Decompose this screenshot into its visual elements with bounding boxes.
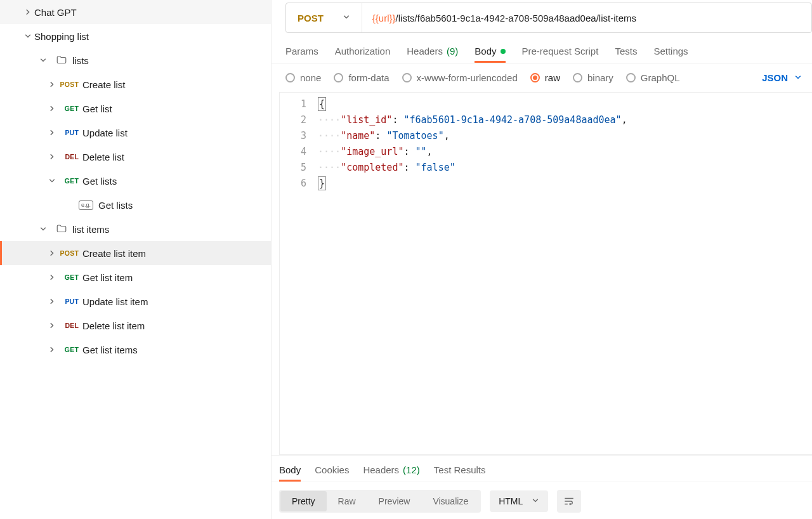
collection-label: Shopping list [34, 31, 89, 42]
chevron-right-icon [46, 105, 58, 112]
request-label: Create list [82, 79, 126, 90]
request-delete-list[interactable]: DEL Delete list [0, 145, 271, 169]
request-label: Update list item [82, 296, 148, 307]
tab-body[interactable]: Body [475, 46, 505, 63]
method-select[interactable]: POST [286, 3, 362, 32]
resp-tab-body[interactable]: Body [279, 464, 301, 482]
chevron-right-icon [46, 322, 58, 329]
body-type-row: none form-data x-www-form-urlencoded raw… [272, 63, 812, 92]
request-create-list[interactable]: POST Create list [0, 72, 271, 96]
chevron-right-icon [46, 153, 58, 161]
request-get-list[interactable]: GET Get list [0, 96, 271, 121]
chevron-down-icon [532, 496, 539, 506]
tab-prerequest[interactable]: Pre-request Script [522, 46, 599, 63]
wrap-lines-button[interactable] [557, 490, 581, 513]
chevron-right-icon [46, 129, 58, 136]
code-area[interactable]: {····"list_id": "f6ab5601-9c1a-4942-a708… [318, 93, 812, 454]
radio-icon [573, 73, 582, 82]
radio-raw[interactable]: raw [530, 72, 560, 83]
collection-chat-gpt[interactable]: Chat GPT [0, 0, 271, 24]
url-input[interactable]: {{url}}/lists/f6ab5601-9c1a-4942-a708-50… [362, 3, 811, 32]
folder-lists[interactable]: lists [0, 48, 271, 72]
body-editor[interactable]: 1 2 3 4 5 6 {····"list_id": "f6ab5601-9c… [279, 92, 812, 455]
view-mode-group: Pretty Raw Preview Visualize [279, 490, 481, 513]
method-badge: PUT [58, 129, 79, 136]
method-badge: PUT [58, 298, 79, 305]
chevron-down-icon [46, 177, 58, 185]
view-pretty[interactable]: Pretty [280, 491, 327, 511]
request-tabs: Params Authorization Headers (9) Body Pr… [272, 33, 812, 63]
line-gutter: 1 2 3 4 5 6 [280, 93, 318, 454]
example-get-lists[interactable]: e.g. Get lists [0, 193, 271, 217]
request-create-list-item[interactable]: POST Create list item [0, 241, 271, 265]
method-badge: DEL [58, 153, 79, 161]
response-pane: Body Cookies Headers (12) Test Results P… [272, 455, 812, 519]
collection-shopping-list[interactable]: Shopping list [0, 24, 271, 48]
request-label: Create list item [82, 248, 146, 259]
folder-icon [56, 223, 67, 235]
tab-settings[interactable]: Settings [653, 46, 688, 63]
folder-label: list items [72, 224, 109, 235]
chevron-down-icon [37, 225, 49, 233]
request-label: Get list item [82, 272, 133, 283]
radio-binary[interactable]: binary [573, 72, 613, 83]
method-label: POST [298, 13, 324, 23]
response-lang-label: HTML [499, 496, 523, 506]
request-label: Delete list [82, 152, 124, 162]
request-get-list-item[interactable]: GET Get list item [0, 265, 271, 289]
modified-dot-icon [501, 49, 506, 54]
example-label: Get lists [98, 200, 133, 211]
request-label: Get list [82, 103, 112, 114]
chevron-right-icon [46, 81, 58, 88]
response-lang-select[interactable]: HTML [490, 490, 548, 512]
view-preview[interactable]: Preview [367, 491, 422, 511]
body-format-select[interactable]: JSON [762, 72, 802, 83]
radio-icon [334, 73, 343, 82]
response-tabs: Body Cookies Headers (12) Test Results [272, 456, 812, 482]
tab-params[interactable]: Params [285, 46, 318, 63]
method-badge: GET [58, 273, 79, 281]
headers-count: (12) [403, 464, 420, 475]
radio-graphql[interactable]: GraphQL [626, 72, 680, 83]
resp-tab-headers[interactable]: Headers (12) [363, 464, 419, 482]
wrap-icon [563, 496, 575, 507]
headers-count: (9) [447, 46, 458, 56]
view-visualize[interactable]: Visualize [421, 491, 480, 511]
radio-urlencoded[interactable]: x-www-form-urlencoded [402, 72, 518, 83]
radio-icon [530, 73, 540, 82]
folder-label: lists [72, 55, 89, 66]
radio-form-data[interactable]: form-data [334, 72, 389, 83]
chevron-down-icon [794, 72, 802, 83]
request-pane: POST {{url}}/lists/f6ab5601-9c1a-4942-a7… [272, 0, 812, 519]
method-badge: GET [58, 177, 79, 185]
request-get-lists[interactable]: GET Get lists [0, 169, 271, 193]
request-label: Get lists [82, 176, 117, 187]
method-badge: DEL [58, 322, 79, 329]
body-format-label: JSON [762, 72, 788, 83]
tab-headers[interactable]: Headers (9) [407, 46, 458, 63]
resp-tab-test-results[interactable]: Test Results [434, 464, 486, 482]
response-toolbar: Pretty Raw Preview Visualize HTML [272, 482, 812, 519]
request-label: Update list [82, 128, 128, 138]
url-bar: POST {{url}}/lists/f6ab5601-9c1a-4942-a7… [285, 3, 812, 33]
request-update-list-item[interactable]: PUT Update list item [0, 289, 271, 313]
chevron-down-icon [343, 13, 350, 23]
method-badge: POST [58, 249, 79, 257]
request-get-list-items[interactable]: GET Get list items [0, 338, 271, 362]
request-update-list[interactable]: PUT Update list [0, 121, 271, 145]
chevron-right-icon [22, 8, 34, 16]
url-path: /lists/f6ab5601-9c1a-4942-a708-509a48aad… [396, 13, 636, 23]
tab-authorization[interactable]: Authorization [335, 46, 391, 63]
method-badge: POST [58, 81, 79, 88]
resp-tab-cookies[interactable]: Cookies [315, 464, 349, 482]
radio-none[interactable]: none [285, 72, 321, 83]
tab-tests[interactable]: Tests [615, 46, 637, 63]
chevron-right-icon [46, 346, 58, 353]
chevron-right-icon [46, 273, 58, 281]
radio-icon [626, 73, 636, 82]
view-raw[interactable]: Raw [327, 491, 367, 511]
folder-list-items[interactable]: list items [0, 217, 271, 241]
method-badge: GET [58, 105, 79, 112]
chevron-down-icon [22, 32, 34, 40]
request-delete-list-item[interactable]: DEL Delete list item [0, 313, 271, 338]
